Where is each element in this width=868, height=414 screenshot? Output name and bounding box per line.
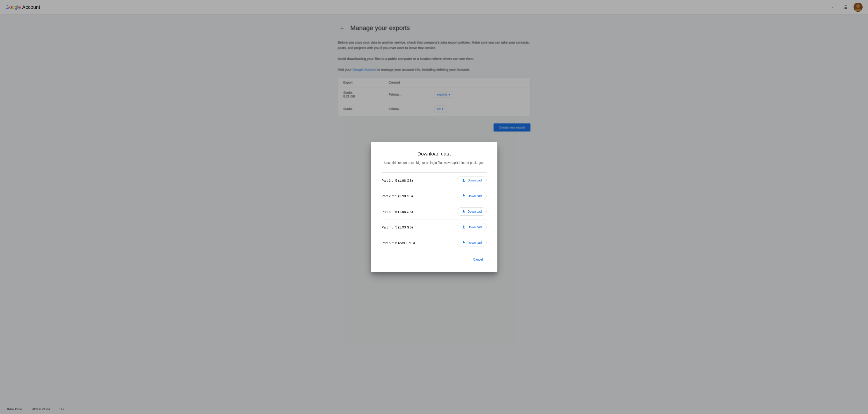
modal-footer: Cancel [382, 256, 487, 263]
download-data-modal: Download data Since this export is too b… [371, 142, 497, 272]
modal-overlay: Download data Since this export is too b… [0, 0, 868, 414]
download-part-5: Part 5 of 5 (339.1 MB) Download [382, 235, 487, 250]
part-3-label: Part 3 of 5 (1.98 GB) [382, 210, 413, 214]
part-4-label: Part 4 of 5 (1.93 GB) [382, 225, 413, 229]
download-part-3: Part 3 of 5 (1.98 GB) Download [382, 203, 487, 219]
download-part-5-button[interactable]: Download [457, 238, 486, 247]
download-part-4-button[interactable]: Download [457, 223, 486, 231]
download-icon-2 [462, 194, 466, 198]
download-icon [462, 178, 466, 182]
download-icon-4 [462, 225, 466, 229]
download-part-1-button[interactable]: Download [457, 176, 486, 184]
download-part-3-button[interactable]: Download [457, 208, 486, 216]
cancel-button[interactable]: Cancel [469, 256, 487, 263]
download-part-2: Part 2 of 5 (1.98 GB) Download [382, 188, 487, 203]
part-2-label: Part 2 of 5 (1.98 GB) [382, 194, 413, 198]
part-1-label: Part 1 of 5 (1.98 GB) [382, 179, 413, 182]
download-icon-5 [462, 241, 466, 245]
modal-subtitle: Since this export is too big for a singl… [382, 160, 487, 165]
download-part-2-button[interactable]: Download [457, 192, 486, 200]
part-5-label: Part 5 of 5 (339.1 MB) [382, 241, 415, 245]
download-part-1: Part 1 of 5 (1.98 GB) Download [382, 172, 487, 188]
download-icon-3 [462, 210, 466, 214]
download-part-4: Part 4 of 5 (1.93 GB) Download [382, 219, 487, 235]
modal-title: Download data [382, 151, 487, 157]
